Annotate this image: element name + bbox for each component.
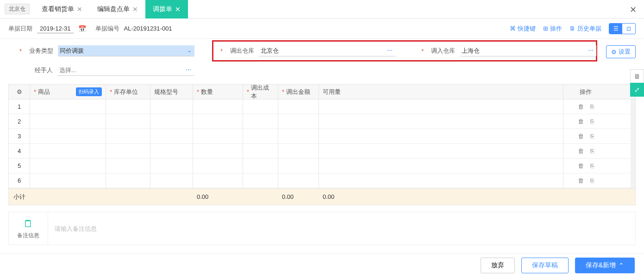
items-table: ⚙ *商品扫码录入 *库存单位 规格型号 *数量 *调出成本 *调出金额 可用量… (8, 84, 636, 205)
notes-icon: 🗒 (23, 218, 33, 230)
out-wh-input[interactable] (259, 45, 395, 56)
scrollbar[interactable] (631, 99, 635, 188)
operate-button[interactable]: ⊞操作 (543, 25, 562, 33)
copy-icon[interactable]: ⎘ (590, 148, 594, 154)
scan-button[interactable]: 扫码录入 (76, 87, 102, 96)
more-icon[interactable]: ⋯ (387, 47, 393, 54)
settings-button[interactable]: ⚙设置 (606, 45, 636, 58)
subtotal-label: 小计 (9, 190, 30, 204)
history-button[interactable]: 🗎历史单据 (569, 25, 601, 33)
delete-icon[interactable]: 🗑 (578, 103, 584, 110)
in-wh-input[interactable] (460, 45, 596, 56)
more-icon[interactable]: ⋯ (186, 67, 191, 73)
notes-section: 🗒 备注信息 (9, 212, 48, 245)
notes-input[interactable] (48, 212, 635, 245)
in-wh-label: 调入仓库 (425, 47, 455, 55)
biz-type-select[interactable] (58, 45, 194, 56)
chevron-down-icon[interactable]: ⌄ (187, 47, 192, 54)
table-row[interactable]: 6🗑⎘ (9, 173, 635, 188)
delete-icon[interactable]: 🗑 (578, 162, 584, 169)
grid-icon: ⊞ (543, 25, 548, 32)
code-label: 单据编号 (95, 25, 119, 33)
copy-icon[interactable]: ⎘ (590, 162, 594, 169)
view-toggle: ☰ ⊡ (609, 23, 636, 34)
code-value: AL-20191231-001 (124, 25, 172, 32)
save-new-button[interactable]: 保存&新增⌃ (575, 258, 635, 273)
delete-icon[interactable]: 🗑 (578, 177, 584, 184)
table-row[interactable]: 1🗑⎘ (9, 99, 635, 114)
shortcut-button[interactable]: ⌘快捷键 (510, 25, 536, 33)
table-row[interactable]: 5🗑⎘ (9, 159, 635, 173)
view-list-button[interactable]: ☰ (609, 24, 622, 34)
date-label: 单据日期 (8, 25, 32, 33)
copy-icon[interactable]: ⎘ (590, 133, 594, 140)
handler-input[interactable] (57, 65, 194, 76)
table-row[interactable]: 4🗑⎘ (9, 144, 635, 159)
delete-icon[interactable]: 🗑 (578, 133, 584, 140)
out-wh-label: 调出仓库 (225, 47, 254, 55)
warehouse-badge[interactable]: 北京仓 (5, 4, 30, 14)
table-row[interactable]: 3🗑⎘ (9, 129, 635, 144)
close-icon[interactable]: ✕ (77, 6, 82, 13)
biz-type-label: 业务类型 (24, 47, 53, 55)
close-icon[interactable]: ✕ (132, 6, 138, 13)
tab-transfer[interactable]: 调拨单✕ (145, 0, 188, 18)
keyboard-icon: ⌘ (510, 25, 516, 32)
delete-icon[interactable]: 🗑 (578, 118, 584, 125)
tab-edit-inventory[interactable]: 编辑盘点单✕ (90, 0, 145, 18)
more-icon[interactable]: ⋯ (588, 47, 594, 54)
handler-label: 经手人 (23, 66, 53, 74)
table-row[interactable]: 2🗑⎘ (9, 114, 635, 129)
save-draft-button[interactable]: 保存草稿 (521, 258, 569, 273)
close-icon[interactable]: ✕ (175, 6, 181, 13)
side-tool-expand[interactable]: ⤢ (630, 83, 644, 97)
copy-icon[interactable]: ⎘ (590, 103, 594, 110)
discard-button[interactable]: 放弃 (481, 258, 515, 273)
tabs: 查看销货单✕ 编辑盘点单✕ 调拨单✕ (34, 0, 639, 18)
copy-icon[interactable]: ⎘ (590, 177, 594, 184)
calendar-icon[interactable]: 📅 (78, 25, 86, 32)
gear-header[interactable]: ⚙ (9, 85, 30, 99)
chevron-up-icon: ⌃ (619, 262, 624, 269)
view-card-button[interactable]: ⊡ (622, 24, 635, 34)
gear-icon: ⚙ (611, 49, 617, 55)
close-icon[interactable]: ✕ (630, 5, 637, 15)
side-tool-doc[interactable]: 🗎 (630, 69, 644, 83)
doc-icon: 🗎 (569, 25, 575, 32)
tab-view-sales[interactable]: 查看销货单✕ (34, 0, 90, 18)
date-value[interactable]: 2019-12-31 (37, 24, 74, 33)
copy-icon[interactable]: ⎘ (590, 118, 594, 125)
delete-icon[interactable]: 🗑 (578, 148, 584, 154)
